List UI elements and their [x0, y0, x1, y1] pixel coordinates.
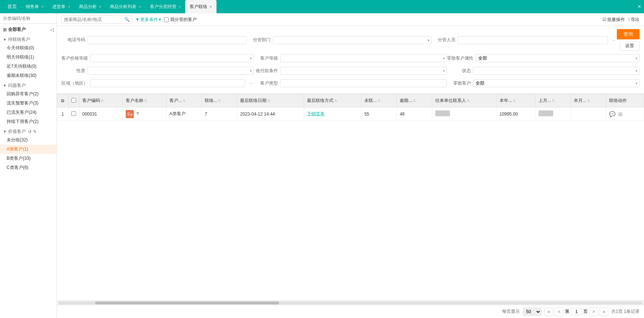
my-customers-checkbox[interactable] [164, 17, 169, 22]
person-dots-icon[interactable]: ··· [610, 38, 617, 43]
col-contact-count[interactable]: 联络... ⇅ [202, 94, 237, 107]
filter-search-input[interactable] [64, 17, 123, 22]
close-goods-list-icon[interactable]: × [139, 4, 141, 9]
nav-customer-tier[interactable]: 客户分层经营 × [146, 0, 185, 13]
cust-level-select[interactable] [280, 54, 447, 62]
status-select[interactable] [473, 67, 640, 75]
nature-select[interactable] [87, 67, 254, 75]
col-code[interactable]: 客户编码 ⇅ [79, 94, 123, 107]
filter-more-btn[interactable]: ▼ 更多条件 ▾ [135, 17, 161, 23]
close-sales-icon[interactable]: × [41, 4, 43, 9]
close-all-icon[interactable]: × [638, 3, 641, 10]
top-nav: 首页 销售单 × 进货单 × 商品分析 × 商品分析列表 × 客户分层经营 × … [0, 0, 644, 13]
row-checkbox[interactable] [71, 111, 76, 116]
close-tier-icon[interactable]: × [179, 4, 181, 9]
area-input[interactable] [90, 79, 245, 87]
nav-purchase[interactable]: 进货单 × [48, 0, 74, 13]
last-page-btn[interactable]: » [600, 307, 608, 316]
edit-value-icon[interactable]: ✎ [33, 129, 37, 134]
filter-person: 分管人员 ··· [432, 35, 617, 45]
col-last-method[interactable]: 最后联络方式 ⇅ [304, 94, 361, 107]
message-icon[interactable]: 💬 [609, 111, 615, 117]
retail-cust-select[interactable]: 全部 [473, 79, 640, 87]
col-this-month[interactable]: 本月... ⇅ [571, 94, 606, 107]
next-page-btn[interactable]: > [589, 307, 598, 316]
area-dots-icon[interactable]: ··· [247, 81, 254, 86]
prev-page-btn[interactable]: < [555, 307, 564, 316]
price-select[interactable] [90, 54, 254, 62]
close-purchase-icon[interactable]: × [68, 4, 70, 9]
export-icon: ↑ [628, 17, 630, 22]
batch-operation-btn[interactable]: ☑ 批量操作 [602, 17, 625, 23]
sidebar-item-today[interactable]: 今天待联络(0) [0, 43, 57, 53]
page-number-input[interactable] [571, 308, 582, 315]
phone-input[interactable] [87, 36, 247, 44]
scroll-thumb[interactable] [95, 301, 279, 304]
sort-date-icon: ⇅ [267, 99, 270, 103]
select-all-checkbox[interactable] [71, 98, 76, 103]
group-arrow-pending: ▼ [3, 38, 7, 42]
last-method-link[interactable]: 下销货单 [307, 111, 325, 116]
nav-sales[interactable]: 销售单 × [21, 0, 48, 13]
filter-search-icon[interactable]: 🔍 [124, 17, 130, 22]
row-name-suffix: ? [136, 112, 139, 117]
qr-icon[interactable]: ⊞ [618, 111, 623, 117]
export-btn[interactable]: ↑ 导出 [628, 17, 640, 23]
payment-select[interactable] [280, 67, 447, 75]
first-page-btn[interactable]: « [544, 307, 553, 316]
dept-select[interactable] [273, 36, 432, 44]
sidebar-item-c-class[interactable]: C类客户(6) [0, 163, 57, 172]
row-action-icons: 💬 ⊞ [609, 111, 641, 117]
col-settings[interactable]: ⚙ [57, 94, 68, 107]
sort-code-icon: ⇅ [101, 99, 104, 103]
nav-home[interactable]: 首页 [3, 0, 21, 13]
sidebar-item-b-class[interactable]: B类客户(33) [0, 154, 57, 163]
retail-attr-select[interactable]: 全部 [476, 54, 640, 62]
sidebar-item-churn[interactable]: 流失预警客户(3) [0, 99, 57, 108]
status-label: 状态 [447, 68, 471, 74]
col-last-date[interactable]: 最后联络日期 ⇅ [237, 94, 304, 107]
table-row: 1 000031 Ea ? A类客户 7 2023-04-12 14: [57, 107, 644, 121]
nav-customer-contact[interactable]: 客户联络 × [185, 0, 216, 13]
col-last-month[interactable]: 上月... ⇅ [535, 94, 570, 107]
sidebar-item-a-class[interactable]: A类客户(1) [0, 145, 57, 154]
horizontal-scrollbar[interactable] [57, 300, 644, 305]
settings-button[interactable]: 设置 [620, 41, 640, 51]
filter-price-level: 客户价格等级 ▾ [61, 53, 254, 63]
nav-goods-analysis[interactable]: 商品分析 × [75, 0, 105, 13]
query-button[interactable]: 查询 [617, 29, 640, 39]
row-action: 💬 ⊞ [606, 107, 644, 121]
sidebar-item-rebuy[interactable]: 回购异常客户(2) [0, 89, 57, 99]
close-contact-icon[interactable]: × [210, 4, 212, 9]
page-size-select[interactable]: 50 100 200 [523, 308, 541, 316]
nav-goods-list[interactable]: 商品分析列表 × [105, 0, 145, 13]
col-name[interactable]: 客户名称 ⇅ [123, 94, 166, 107]
sidebar-search-input[interactable] [3, 16, 57, 21]
close-goods-icon[interactable]: × [99, 4, 101, 9]
person-input[interactable] [458, 36, 608, 44]
filter-cust-type: 客户类型 [254, 78, 447, 88]
col-no-contact[interactable]: 未联... ⇅ [361, 94, 397, 107]
col-this-year[interactable]: 本年... ⇅ [496, 94, 535, 107]
col-type[interactable]: 客户... ⇅ [166, 94, 201, 107]
sidebar-item-week[interactable]: 近7天待联络(0) [0, 62, 57, 71]
cust-type-input[interactable] [280, 79, 447, 87]
sidebar-item-overdue[interactable]: 逾期未联络(30) [0, 71, 57, 80]
sidebar-item-tomorrow[interactable]: 明天待联络(1) [0, 53, 57, 62]
sidebar-collapse-icon[interactable]: ◁ [50, 27, 54, 32]
sidebar-item-lost[interactable]: 已流失客户(24) [0, 108, 57, 117]
sidebar-item-ungroup[interactable]: 未分组(32) [0, 135, 57, 145]
dept-label: 分管部门 [247, 37, 271, 43]
col-overdue[interactable]: 逾期... ⇅ [397, 94, 432, 107]
phone-label: 电话号码 [61, 37, 85, 43]
last-month-bar [539, 110, 553, 116]
page-size-label: 每页显示 [502, 308, 520, 315]
retail-attr-wrap: 全部 ▾ [476, 54, 640, 62]
col-contact-person[interactable]: 往来单位联系人 ⇅ [432, 94, 496, 107]
refresh-icon[interactable]: ↺ [28, 129, 32, 134]
filter-status: 状态 ▾ [447, 66, 640, 76]
group-arrow-value: ▼ [3, 130, 7, 134]
sidebar-item-decline[interactable]: 持续下滑客户(2) [0, 117, 57, 126]
sort-person-icon: ⇅ [467, 99, 470, 103]
col-action: 联络动作 [606, 94, 644, 107]
